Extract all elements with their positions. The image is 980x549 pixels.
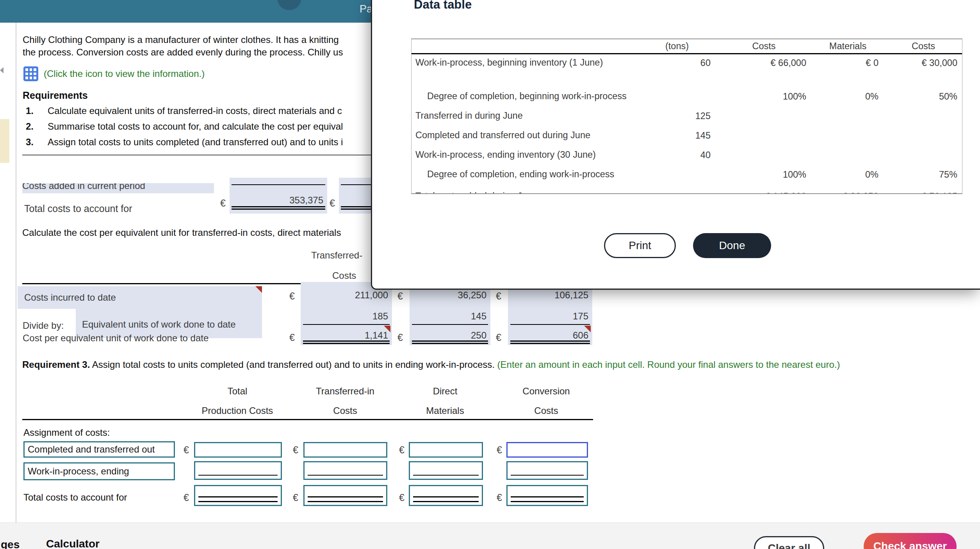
nav-circle-decoration (277, 0, 301, 10)
table-row: Completed and transferred out during Jun… (412, 126, 962, 146)
req3-number: 3. (26, 136, 34, 148)
calculator-button[interactable]: Calculator (46, 538, 100, 549)
row-value-c1: € 145,000 (716, 185, 812, 194)
euro-symbol: € (397, 332, 403, 343)
input-wip-total[interactable] (194, 461, 282, 480)
units-value: 175 (514, 311, 588, 322)
header-tons: (tons) (638, 39, 716, 53)
row-value-tons: 145 (638, 126, 716, 146)
costs-incurred-label-cell: Costs incurred to date (18, 286, 262, 309)
row-value-tons (638, 165, 716, 185)
req2-number: 2. (26, 120, 34, 133)
euro-symbol: € (399, 444, 404, 456)
table-row: Degree of completion, beginning work-in-… (412, 73, 962, 107)
input-total-transferred-in[interactable] (303, 485, 387, 506)
euro-symbol: € (293, 492, 298, 503)
input-completed-total[interactable] (194, 442, 282, 458)
input-total-conversion[interactable] (506, 485, 588, 506)
row-label: Degree of completion, beginning work-in-… (412, 73, 638, 107)
row-value-tons: 125 (638, 107, 716, 126)
print-button[interactable]: Print (604, 233, 676, 258)
input-completed-transferred-in[interactable] (303, 442, 387, 458)
requirement3-label: Requirement 3. (22, 359, 90, 370)
euro-symbol: € (220, 198, 226, 209)
pages-label-clipped[interactable]: ges (1, 538, 20, 549)
incurred-value: 36,250 (416, 290, 486, 301)
input-completed-conversion[interactable] (506, 442, 588, 458)
done-button[interactable]: Done (693, 233, 771, 258)
costs-added-row-label: Costs added in current period (22, 183, 214, 193)
col-header-total-1: Total (179, 386, 296, 397)
req3-text: Assign total costs to units completed (a… (48, 136, 343, 148)
row-value-c1 (716, 107, 812, 126)
requirements-title: Requirements (23, 89, 88, 102)
row-value-mat: 0% (812, 165, 884, 185)
euro-symbol: € (289, 291, 295, 302)
units-value: 185 (310, 311, 388, 322)
row-value-mat: 0% (812, 73, 884, 107)
row-label: Work-in-process, beginning inventory (1 … (412, 53, 638, 73)
row-value-c2: 50% (884, 73, 962, 107)
header-empty (412, 39, 638, 53)
euro-symbol: € (397, 291, 403, 302)
row-value-c2 (884, 146, 962, 165)
input-total-total[interactable] (194, 485, 282, 506)
calc-col-header-line1: Transferred- (311, 249, 362, 262)
input-completed-materials[interactable] (409, 442, 483, 458)
row-value-c2: € 76,125 (884, 185, 962, 194)
row-value-tons: 40 (638, 146, 716, 165)
row-value-mat (812, 107, 884, 126)
check-answer-button[interactable]: Check answer (864, 533, 957, 549)
col-header-total-2: Production Costs (179, 405, 296, 416)
row-label: Total costs added during June (412, 185, 638, 194)
row-value-c1: 100% (716, 165, 812, 185)
info-link[interactable]: (Click the icon to view the information.… (44, 68, 205, 80)
bottom-toolbar: ges Calculator Clear all Check answer (0, 522, 980, 549)
euro-symbol: € (293, 444, 298, 456)
col-header-transferred-2: Costs (287, 405, 404, 416)
input-wip-transferred-in[interactable] (303, 461, 387, 480)
input-total-materials[interactable] (409, 485, 483, 506)
req1-number: 1. (26, 105, 34, 117)
header-materials: Materials (812, 39, 884, 53)
col-header-conversion-2: Costs (488, 405, 605, 416)
row-value-mat (812, 146, 884, 165)
row-value-tons (638, 185, 716, 194)
data-table-header-row: (tons) Costs Materials Costs (412, 39, 962, 53)
row-label: Completed and transferred out during Jun… (412, 126, 638, 146)
data-table-container: (tons) Costs Materials Costs Work-in-pro… (411, 38, 962, 194)
row-label-wip-ending: Work-in-process, ending (23, 462, 175, 480)
clear-all-button[interactable]: Clear all (754, 536, 824, 549)
data-table-icon[interactable] (23, 66, 38, 81)
calc-col-header-line2: Costs (332, 269, 356, 282)
content-panel-border (16, 23, 16, 522)
row-label: Work-in-process, ending inventory (30 Ju… (412, 146, 638, 165)
euro-symbol: € (184, 444, 189, 456)
input-wip-conversion[interactable] (506, 461, 588, 480)
row-value-c2: € 30,000 (884, 53, 962, 73)
euro-symbol: € (184, 492, 189, 503)
row-value-c1 (716, 146, 812, 165)
euro-symbol: € (289, 332, 295, 343)
screen: Pa Chilly Clothing Company is a manufact… (0, 0, 980, 549)
input-wip-materials[interactable] (409, 461, 483, 480)
total-costs-cell-col1[interactable]: 353,375 (230, 178, 327, 214)
calc-column-conversion[interactable]: 106,125 175 606 (508, 282, 592, 345)
calc-column-direct-materials[interactable]: 36,250 145 250 (410, 282, 490, 345)
euro-symbol: € (497, 492, 502, 503)
req1-text: Calculate equivalent units of transferre… (48, 105, 342, 117)
cost-per-value: 1,141 (310, 330, 388, 341)
problem-text-line1: Chilly Clothing Company is a manufacture… (23, 34, 339, 46)
col-header-conversion-1: Conversion (488, 386, 605, 397)
total-costs-value: 353,375 (230, 195, 323, 206)
calc-column-transferred-in[interactable]: 211,000 185 1,141 (301, 282, 392, 345)
modal-title: Data table (414, 0, 472, 12)
cost-per-value: 250 (416, 330, 486, 341)
calc-intro-text: Calculate the cost per equivalent unit f… (22, 226, 341, 239)
divide-by-label: Divide by: (23, 319, 64, 332)
header-costs-2: Costs (884, 39, 962, 53)
requirement3-text: Assign total costs to units completed (a… (90, 359, 497, 370)
row-value-c1: 100% (716, 73, 812, 107)
row-value-mat: € 0 (812, 53, 884, 73)
row-value-c2 (884, 107, 962, 126)
